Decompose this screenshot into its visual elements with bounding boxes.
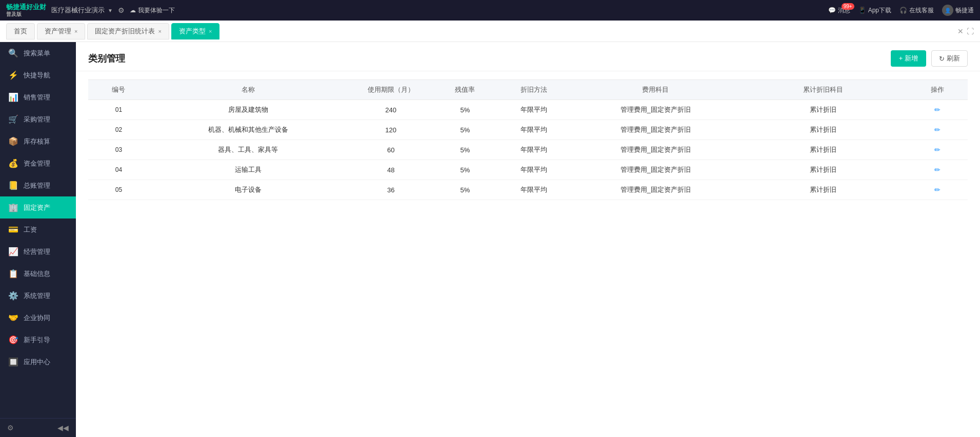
app-download-button[interactable]: 📱 App下载: [858, 6, 891, 15]
sidebar-item-quick-nav[interactable]: ⚡ 快捷导航: [0, 64, 76, 86]
refresh-button[interactable]: ↻ 刷新: [931, 50, 968, 67]
sidebar-item-operations[interactable]: 📈 经营管理: [0, 241, 76, 263]
cell-accum[interactable]: 累计折旧: [739, 160, 907, 180]
cell-accum[interactable]: 累计折旧: [739, 140, 907, 160]
cell-code: 03: [88, 140, 149, 160]
cell-name[interactable]: 机器、机械和其他生产设备: [149, 120, 347, 140]
col-expense: 费用科目: [572, 80, 739, 100]
sidebar-item-basic-info[interactable]: 📋 基础信息: [0, 263, 76, 285]
table-row: 04 运输工具 48 5% 年限平均 管理费用_固定资产折旧 累计折旧 ✏: [88, 160, 968, 180]
cell-action: ✏: [907, 140, 968, 160]
sidebar-item-finance[interactable]: 💰 资金管理: [0, 152, 76, 174]
top-bar: 畅捷通好业财 普及版 医疗器械行业演示 ▼ ⚙ ☁ 我要体验一下 💬 消息 99…: [0, 0, 980, 21]
online-service-button[interactable]: 🎧 在线客服: [899, 6, 934, 15]
sidebar-item-search[interactable]: 🔍 搜索菜单: [0, 42, 76, 64]
cell-code: 01: [88, 100, 149, 120]
message-button[interactable]: 💬 消息 99+: [828, 6, 850, 15]
table-row: 01 房屋及建筑物 240 5% 年限平均 管理费用_固定资产折旧 累计折旧 ✏: [88, 100, 968, 120]
new-button[interactable]: + 新增: [891, 50, 926, 67]
tab-close-icon[interactable]: ×: [158, 28, 161, 34]
edit-icon[interactable]: ✏: [934, 166, 941, 174]
cell-method: 年限平均: [495, 100, 571, 120]
sidebar-item-ledger[interactable]: 📒 总账管理: [0, 174, 76, 196]
table-wrap: 编号 名称 使用期限（月） 残值率 折旧方法 费用科目 累计折旧科目 操作 01…: [76, 71, 980, 437]
gear-icon: ⚙️: [8, 291, 18, 301]
sidebar-item-fixed-assets[interactable]: 🏢 固定资产: [0, 196, 76, 218]
demo-selector[interactable]: 医疗器械行业演示 ▼: [51, 6, 113, 15]
tab-asset-management[interactable]: 资产管理 ×: [37, 23, 85, 39]
close-tab-icon[interactable]: ✕: [957, 27, 964, 35]
cell-residual: 5%: [435, 160, 496, 180]
cell-method: 年限平均: [495, 160, 571, 180]
cell-method: 年限平均: [495, 120, 571, 140]
tab-close-icon[interactable]: ×: [74, 28, 77, 34]
building-icon: 🏢: [8, 203, 18, 212]
sidebar-item-inventory[interactable]: 📦 库存核算: [0, 130, 76, 152]
avatar: 👤: [942, 5, 953, 16]
cell-expense[interactable]: 管理费用_固定资产折旧: [572, 120, 739, 140]
cell-accum[interactable]: 累计折旧: [739, 100, 907, 120]
edit-icon[interactable]: ✏: [934, 146, 941, 154]
expand-tab-icon[interactable]: ⛶: [967, 27, 974, 35]
sidebar-item-sales[interactable]: 📊 销售管理: [0, 86, 76, 108]
cell-name[interactable]: 器具、工具、家具等: [149, 140, 347, 160]
cell-expense[interactable]: 管理费用_固定资产折旧: [572, 160, 739, 180]
cell-name[interactable]: 电子设备: [149, 180, 347, 200]
tab-asset-type[interactable]: 资产类型 ×: [171, 23, 219, 39]
cloud-icon: ☁: [130, 7, 136, 14]
sidebar-item-system[interactable]: ⚙️ 系统管理: [0, 285, 76, 307]
sidebar-item-tutorial[interactable]: 🎯 新手引导: [0, 329, 76, 351]
page-title: 类别管理: [88, 52, 125, 65]
tab-depreciation-report[interactable]: 固定资产折旧统计表 ×: [87, 23, 169, 39]
user-account-button[interactable]: 👤 畅捷通: [942, 5, 974, 16]
search-icon: 🔍: [8, 48, 18, 58]
cell-residual: 5%: [435, 180, 496, 200]
ledger-icon: 📒: [8, 181, 18, 190]
cell-expense[interactable]: 管理费用_固定资产折旧: [572, 180, 739, 200]
tab-bar-controls: ✕ ⛶: [957, 27, 974, 35]
lightning-icon: ⚡: [8, 70, 18, 80]
cell-action: ✏: [907, 160, 968, 180]
sidebar-item-app-center[interactable]: 🔲 应用中心: [0, 351, 76, 373]
category-table: 编号 名称 使用期限（月） 残值率 折旧方法 费用科目 累计折旧科目 操作 01…: [88, 80, 968, 200]
cell-residual: 5%: [435, 140, 496, 160]
cell-accum[interactable]: 累计折旧: [739, 180, 907, 200]
phone-icon: 📱: [858, 7, 866, 14]
topbar-gear-icon[interactable]: ⚙: [118, 6, 125, 14]
sidebar: 🔍 搜索菜单 ⚡ 快捷导航 📊 销售管理 🛒 采购管理 📦 库存核算 💰 资金管…: [0, 42, 76, 437]
cell-method: 年限平均: [495, 140, 571, 160]
edit-icon[interactable]: ✏: [934, 186, 941, 194]
top-bar-right: 💬 消息 99+ 📱 App下载 🎧 在线客服 👤 畅捷通: [828, 5, 974, 16]
sidebar-item-purchase[interactable]: 🛒 采购管理: [0, 108, 76, 130]
main-content: 类别管理 + 新增 ↻ 刷新 编号 名称 使用期限（月） 残值率 折旧方法: [76, 42, 980, 437]
settings-bottom-icon[interactable]: ⚙: [7, 424, 14, 432]
experience-button[interactable]: ☁ 我要体验一下: [130, 6, 175, 15]
col-residual: 残值率: [435, 80, 496, 100]
cell-action: ✏: [907, 180, 968, 200]
headset-icon: 🎧: [899, 7, 907, 14]
cell-name[interactable]: 运输工具: [149, 160, 347, 180]
cell-expense[interactable]: 管理费用_固定资产折旧: [572, 100, 739, 120]
collapse-sidebar-icon[interactable]: ◀◀: [57, 424, 69, 432]
cell-name[interactable]: 房屋及建筑物: [149, 100, 347, 120]
header-actions: + 新增 ↻ 刷新: [891, 50, 968, 67]
refresh-icon: ↻: [939, 55, 945, 63]
sidebar-item-enterprise[interactable]: 🤝 企业协同: [0, 307, 76, 329]
table-row: 05 电子设备 36 5% 年限平均 管理费用_固定资产折旧 累计折旧 ✏: [88, 180, 968, 200]
cell-expense[interactable]: 管理费用_固定资产折旧: [572, 140, 739, 160]
sidebar-item-payroll[interactable]: 💳 工资: [0, 218, 76, 241]
tab-close-icon[interactable]: ×: [209, 28, 212, 34]
target-icon: 🎯: [8, 335, 18, 345]
cell-code: 04: [88, 160, 149, 180]
app-logo: 畅捷通好业财 普及版: [6, 3, 46, 17]
tab-home[interactable]: 首页: [6, 23, 35, 39]
col-method: 折旧方法: [495, 80, 571, 100]
tab-bar: 首页 资产管理 × 固定资产折旧统计表 × 资产类型 × ✕ ⛶: [0, 21, 980, 42]
table-body: 01 房屋及建筑物 240 5% 年限平均 管理费用_固定资产折旧 累计折旧 ✏…: [88, 100, 968, 200]
table-row: 03 器具、工具、家具等 60 5% 年限平均 管理费用_固定资产折旧 累计折旧…: [88, 140, 968, 160]
cell-accum[interactable]: 累计折旧: [739, 120, 907, 140]
edit-icon[interactable]: ✏: [934, 106, 941, 114]
top-bar-left: 畅捷通好业财 普及版 医疗器械行业演示 ▼ ⚙ ☁ 我要体验一下: [6, 3, 175, 17]
trend-icon: 📈: [8, 247, 18, 256]
edit-icon[interactable]: ✏: [934, 126, 941, 134]
